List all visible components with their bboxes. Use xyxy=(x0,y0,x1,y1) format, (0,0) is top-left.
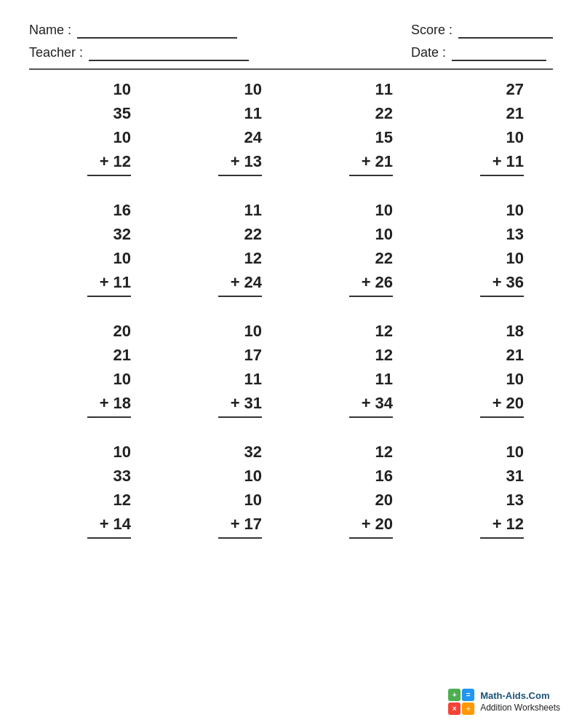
last-row-p8: +36 xyxy=(480,270,524,297)
last-row-p12: +20 xyxy=(480,391,524,418)
score-row: Score : xyxy=(411,22,553,39)
last-num-p10: 31 xyxy=(244,391,262,415)
plus-sign-p15: + xyxy=(362,512,371,536)
problem-p8: 101310+36 xyxy=(422,198,553,297)
num-p1-0: 10 xyxy=(113,77,131,101)
num-p15-1: 16 xyxy=(375,464,393,488)
num-p12-0: 18 xyxy=(506,319,524,343)
last-row-p3: +21 xyxy=(349,149,393,176)
last-num-p14: 17 xyxy=(244,512,262,536)
problem-p12: 182110+20 xyxy=(422,319,553,418)
last-num-p6: 24 xyxy=(244,270,262,294)
last-row-p15: +20 xyxy=(349,512,393,539)
last-num-p1: 12 xyxy=(113,149,131,173)
num-p3-2: 15 xyxy=(375,125,393,149)
num-p6-1: 22 xyxy=(244,222,262,246)
last-row-p16: +12 xyxy=(480,512,524,539)
problem-p11: 121211+34 xyxy=(291,319,422,418)
problem-p15: 121620+20 xyxy=(291,440,422,539)
last-row-p6: +24 xyxy=(218,270,262,297)
num-p11-2: 11 xyxy=(375,367,393,391)
plus-sign-p12: + xyxy=(493,391,502,415)
problem-p4: 272110+11 xyxy=(422,77,553,176)
problem-p7: 101022+26 xyxy=(291,198,422,297)
plus-sign-p1: + xyxy=(100,149,109,173)
num-p7-2: 22 xyxy=(375,246,393,270)
problem-p13: 103312+14 xyxy=(29,440,160,539)
problem-p6: 112212+24 xyxy=(160,198,291,297)
num-p6-0: 11 xyxy=(244,198,262,222)
plus-sign-p13: + xyxy=(100,512,109,536)
footer-text: Math-Aids.Com Addition Worksheets xyxy=(480,690,560,713)
plus-sign-p11: + xyxy=(362,391,371,415)
num-p3-1: 22 xyxy=(375,101,393,125)
problem-p10: 101711+31 xyxy=(160,319,291,418)
problem-p3: 112215+21 xyxy=(291,77,422,176)
plus-sign-p5: + xyxy=(100,270,109,294)
last-row-p5: +11 xyxy=(87,270,131,297)
plus-sign-p7: + xyxy=(362,270,371,294)
num-p14-1: 10 xyxy=(244,464,262,488)
num-p12-2: 10 xyxy=(506,367,524,391)
last-num-p12: 20 xyxy=(506,391,524,415)
last-row-p11: +34 xyxy=(349,391,393,418)
last-num-p16: 12 xyxy=(506,512,524,536)
name-line xyxy=(77,22,237,39)
num-p2-0: 10 xyxy=(244,77,262,101)
last-num-p2: 13 xyxy=(244,149,262,173)
num-p16-2: 13 xyxy=(506,488,524,512)
last-num-p8: 36 xyxy=(506,270,524,294)
teacher-label: Teacher : xyxy=(29,45,83,60)
header: Name : Teacher : Score : Date : xyxy=(29,22,553,61)
footer-label: Addition Worksheets xyxy=(480,703,560,714)
num-p13-0: 10 xyxy=(113,440,131,464)
num-p2-1: 11 xyxy=(244,101,262,125)
num-p11-1: 12 xyxy=(375,343,393,367)
num-p5-0: 16 xyxy=(113,198,131,222)
score-line xyxy=(458,22,553,39)
last-num-p4: 11 xyxy=(506,149,524,173)
last-row-p4: +11 xyxy=(480,149,524,176)
num-p10-2: 11 xyxy=(244,367,262,391)
header-right: Score : Date : xyxy=(411,22,553,61)
teacher-row: Teacher : xyxy=(29,44,249,61)
num-p8-0: 10 xyxy=(506,198,524,222)
footer-icon: + = × ÷ xyxy=(448,689,474,715)
num-p9-1: 21 xyxy=(113,343,131,367)
num-p12-1: 21 xyxy=(506,343,524,367)
plus-sign-p4: + xyxy=(493,149,502,173)
num-p11-0: 12 xyxy=(375,319,393,343)
num-p4-2: 10 xyxy=(506,125,524,149)
num-p2-2: 24 xyxy=(244,125,262,149)
num-p10-1: 17 xyxy=(244,343,262,367)
problem-p14: 321010+17 xyxy=(160,440,291,539)
worksheet-page: Name : Teacher : Score : Date : 103510+1… xyxy=(0,0,582,728)
footer-site: Math-Aids.Com xyxy=(480,690,560,703)
num-p16-1: 31 xyxy=(506,464,524,488)
plus-sign-p2: + xyxy=(231,149,240,173)
icon-cell-1: + xyxy=(448,689,461,701)
last-num-p9: 18 xyxy=(113,391,131,415)
problem-p2: 101124+13 xyxy=(160,77,291,176)
num-p8-2: 10 xyxy=(506,246,524,270)
last-row-p2: +13 xyxy=(218,149,262,176)
teacher-line xyxy=(89,44,249,61)
num-p9-2: 10 xyxy=(113,367,131,391)
score-label: Score : xyxy=(411,23,453,38)
num-p10-0: 10 xyxy=(244,319,262,343)
num-p1-2: 10 xyxy=(113,125,131,149)
num-p13-2: 12 xyxy=(113,488,131,512)
num-p4-0: 27 xyxy=(506,77,524,101)
icon-cell-4: ÷ xyxy=(462,703,474,715)
date-label: Date : xyxy=(411,45,446,60)
header-divider xyxy=(29,68,553,70)
last-row-p14: +17 xyxy=(218,512,262,539)
date-line xyxy=(452,44,546,61)
plus-sign-p6: + xyxy=(231,270,240,294)
last-num-p7: 26 xyxy=(375,270,393,294)
last-row-p1: +12 xyxy=(87,149,131,176)
icon-cell-3: × xyxy=(448,703,461,715)
num-p8-1: 13 xyxy=(506,222,524,246)
last-row-p10: +31 xyxy=(218,391,262,418)
num-p13-1: 33 xyxy=(113,464,131,488)
